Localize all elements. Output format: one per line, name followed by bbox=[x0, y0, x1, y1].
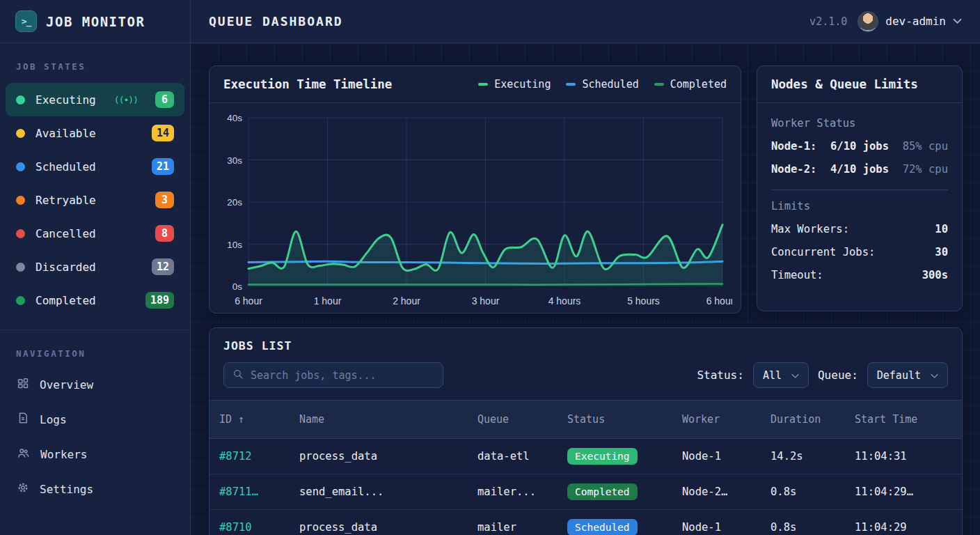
sidebar-item-retryable[interactable]: Retryable 3 bbox=[6, 183, 184, 217]
legend-swatch bbox=[654, 83, 664, 86]
search-box[interactable] bbox=[223, 362, 443, 388]
node-name: Node-2: bbox=[771, 163, 816, 176]
status-dot bbox=[16, 196, 25, 205]
job-states-heading: JOB STATES bbox=[0, 61, 190, 72]
status-cell: Completed bbox=[567, 483, 682, 500]
legend-label: Completed bbox=[670, 78, 727, 91]
column-header-queue[interactable]: Queue bbox=[477, 413, 567, 426]
legend-item-completed: Completed bbox=[654, 78, 727, 91]
job-id-link[interactable]: #8712 bbox=[219, 450, 299, 463]
job-duration: 14.2s bbox=[770, 450, 855, 463]
job-name: send_email... bbox=[299, 486, 477, 498]
svg-text:10s: 10s bbox=[227, 240, 242, 250]
sidebar-item-discarded[interactable]: Discarded 12 bbox=[6, 250, 184, 284]
node-name: Node-1: bbox=[771, 140, 816, 153]
job-duration: 0.8s bbox=[770, 486, 855, 498]
live-broadcast-icon: ((•)) bbox=[114, 95, 138, 105]
state-label: Completed bbox=[35, 294, 96, 307]
queue-filter-label: Queue: bbox=[818, 369, 858, 382]
nav-label: Logs bbox=[40, 413, 67, 426]
column-header-duration[interactable]: Duration bbox=[770, 413, 855, 426]
job-states-list: Executing ((•)) 6 Available 14 Scheduled… bbox=[0, 83, 190, 317]
sidebar-item-workers[interactable]: Workers bbox=[0, 437, 190, 472]
limit-row: Max Workers: 10 bbox=[771, 223, 948, 235]
count-badge: 3 bbox=[155, 192, 174, 208]
legend-swatch bbox=[566, 83, 576, 86]
status-dot bbox=[16, 162, 25, 171]
legend-swatch bbox=[478, 83, 488, 86]
nav-label: Settings bbox=[40, 483, 93, 496]
search-input[interactable] bbox=[251, 369, 434, 382]
sidebar-item-logs[interactable]: Logs bbox=[0, 402, 190, 437]
nodes-card: Nodes & Queue Limits Worker Status Node-… bbox=[757, 65, 963, 311]
count-badge: 14 bbox=[152, 125, 174, 141]
column-header-status[interactable]: Status bbox=[567, 413, 682, 426]
sidebar-item-executing[interactable]: Executing ((•)) 6 bbox=[6, 83, 184, 116]
users-icon bbox=[17, 447, 30, 462]
status-select-value: All bbox=[763, 369, 782, 382]
status-dot bbox=[16, 229, 25, 238]
user-menu[interactable]: dev-admin bbox=[858, 11, 962, 32]
limit-row: Timeout: 300s bbox=[771, 269, 948, 281]
jobs-list-card: JOBS LIST Status: All bbox=[209, 327, 963, 535]
worker-status-heading: Worker Status bbox=[771, 117, 948, 130]
table-row[interactable]: #8711… send_email... mailer... Completed… bbox=[210, 474, 962, 510]
sidebar-item-completed[interactable]: Completed 189 bbox=[6, 284, 184, 317]
chart-title: Execution Time Timeline bbox=[223, 77, 392, 91]
node-status-row: Node-2: 4/10 jobs 72% cpu bbox=[771, 163, 948, 176]
column-header-name[interactable]: Name bbox=[299, 413, 477, 426]
page-title: QUEUE DASHBOARD bbox=[209, 14, 343, 29]
legend-label: Scheduled bbox=[582, 78, 638, 91]
svg-text:6 hour: 6 hour bbox=[235, 295, 262, 307]
sidebar-item-scheduled[interactable]: Scheduled 21 bbox=[6, 150, 184, 183]
svg-text:0s: 0s bbox=[232, 281, 243, 292]
status-dot bbox=[16, 296, 25, 305]
job-id-link[interactable]: #8711… bbox=[219, 486, 299, 498]
count-badge: 21 bbox=[152, 158, 174, 175]
nodes-card-title: Nodes & Queue Limits bbox=[771, 77, 918, 91]
navigation-heading: NAVIGATION bbox=[0, 348, 190, 359]
sidebar-item-overview[interactable]: Overview bbox=[0, 367, 190, 402]
column-header-worker[interactable]: Worker bbox=[682, 413, 770, 426]
svg-text:5 hours: 5 hours bbox=[627, 295, 660, 307]
username: dev-admin bbox=[885, 15, 946, 28]
queue-select[interactable]: Default bbox=[867, 362, 948, 388]
search-icon bbox=[232, 369, 244, 382]
legend-item-scheduled: Scheduled bbox=[566, 78, 638, 91]
count-badge: 6 bbox=[155, 91, 174, 108]
column-header-id[interactable]: ID ↑ bbox=[219, 413, 299, 426]
legend-item-executing: Executing bbox=[478, 78, 551, 91]
svg-text:3 hour: 3 hour bbox=[472, 295, 500, 307]
sidebar-divider bbox=[0, 329, 190, 330]
table-row[interactable]: #8710 process_data mailer Scheduled Node… bbox=[210, 510, 962, 535]
legend-label: Executing bbox=[494, 78, 551, 91]
job-queue: mailer... bbox=[477, 486, 567, 498]
sidebar-item-available[interactable]: Available 14 bbox=[6, 116, 184, 150]
job-id-link[interactable]: #8710 bbox=[219, 521, 299, 534]
grid-icon bbox=[17, 377, 29, 392]
sidebar-item-cancelled[interactable]: Cancelled 8 bbox=[6, 217, 184, 250]
state-label: Discarded bbox=[35, 261, 96, 274]
node-jobs: 4/10 jobs bbox=[830, 163, 889, 176]
panel-divider bbox=[771, 189, 948, 190]
status-select[interactable]: All bbox=[753, 362, 809, 388]
count-badge: 8 bbox=[155, 225, 174, 242]
terminal-icon: >_ bbox=[15, 10, 37, 32]
document-icon bbox=[17, 412, 29, 427]
sidebar-item-settings[interactable]: Settings bbox=[0, 472, 190, 506]
column-header-start-time[interactable]: Start Time bbox=[855, 413, 952, 426]
table-row[interactable]: #8712 process_data data-etl Executing No… bbox=[210, 439, 962, 474]
nav-label: Overview bbox=[40, 378, 93, 391]
count-badge: 189 bbox=[145, 292, 174, 309]
jobs-list-title: JOBS LIST bbox=[223, 339, 948, 352]
svg-text:2 hour: 2 hour bbox=[393, 295, 420, 307]
node-cpu: 85% cpu bbox=[903, 140, 948, 153]
timeline-card-header: Execution Time Timeline Executing Schedu… bbox=[210, 66, 741, 103]
chevron-down-icon bbox=[791, 369, 799, 382]
nav-label: Workers bbox=[40, 448, 87, 461]
status-dot bbox=[16, 263, 25, 272]
state-label: Available bbox=[35, 127, 96, 140]
limit-value: 10 bbox=[935, 223, 948, 235]
state-label: Cancelled bbox=[35, 227, 96, 240]
state-label: Retryable bbox=[35, 194, 96, 207]
